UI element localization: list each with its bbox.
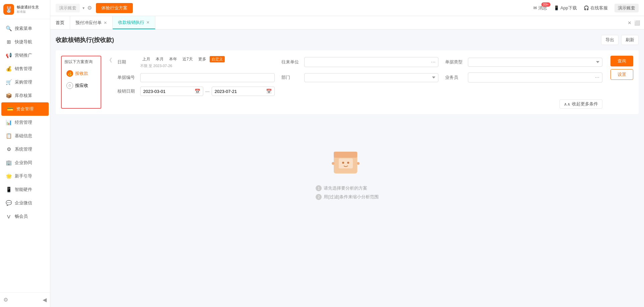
company-name: 演示账套 xyxy=(56,4,80,12)
service-icon: 🎧 xyxy=(584,5,589,10)
tabbar: 首页 预付冲应付单 ✕ 收款核销执行 ✕ ✕ ⬜ xyxy=(50,16,644,30)
sidebar-item-hardware[interactable]: 📱 智能硬件 xyxy=(0,183,50,196)
tab-collection-close-icon[interactable]: ✕ xyxy=(146,20,150,25)
staff-text-input[interactable] xyxy=(471,75,593,80)
sidebar-item-member[interactable]: V 畅会员 xyxy=(0,210,50,223)
user-name[interactable]: 演示账套 xyxy=(614,4,639,12)
staff-ellipsis-icon[interactable]: ··· xyxy=(595,74,599,81)
voucher-no-label: 单据编号 xyxy=(117,74,138,81)
date-this-month[interactable]: 本月 xyxy=(154,56,166,63)
query-by-receivable-label: 按应收 xyxy=(75,83,88,89)
query-sidebar-title: 按以下方案查询 xyxy=(64,59,98,65)
query-form: 日期 上月 本月 本年 近7天 更多 自定义 不限 至 2023-07-26 xyxy=(117,56,602,109)
voucher-type-select[interactable] xyxy=(468,58,602,67)
write-off-start-value: 2023-03-01 xyxy=(143,89,166,94)
write-off-end-input[interactable]: 2023-07-21 📅 xyxy=(212,87,275,96)
collapse-more-label: 收起更多条件 xyxy=(572,101,598,107)
message-icon: ✉ xyxy=(533,5,537,10)
sidebar-item-search[interactable]: 🔍 搜索菜单 xyxy=(0,22,50,35)
collapse-up-icon: ∧∧ xyxy=(564,102,571,107)
sidebar-item-finance[interactable]: 💳 资金管理 xyxy=(1,102,49,116)
write-off-date-label: 核销日期 xyxy=(117,88,138,94)
sidebar-label-finance: 资金管理 xyxy=(16,106,34,112)
tab-home-label: 首页 xyxy=(56,20,64,26)
dropdown-icon[interactable]: ▾ xyxy=(83,6,85,10)
app-label: App下载 xyxy=(560,5,577,11)
sidebar-item-purchase[interactable]: 🛒 采购管理 xyxy=(0,75,50,89)
sidebar-item-enterprise[interactable]: 🏢 企业协同 xyxy=(0,156,50,169)
date-more[interactable]: 更多 xyxy=(196,56,208,63)
query-by-receivable[interactable]: ⏱ 按应收 xyxy=(64,80,98,92)
sidebar-item-wechat[interactable]: 💬 企业微信 xyxy=(0,196,50,210)
voucher-type-row: 单据类型 xyxy=(445,56,602,68)
online-service-button[interactable]: 🎧 在线客服 xyxy=(584,5,608,11)
counterpart-ellipsis-icon[interactable]: ··· xyxy=(431,59,435,65)
sidebar-collapse-button[interactable]: 《 xyxy=(105,57,113,64)
marketing-icon: 📢 xyxy=(5,52,12,59)
collapse-more-button[interactable]: ∧∧ 收起更多条件 xyxy=(559,99,602,109)
svg-point-6 xyxy=(357,162,360,165)
staff-input[interactable]: ··· xyxy=(468,72,602,83)
tab-collection[interactable]: 收款核销执行 ✕ xyxy=(113,16,155,29)
dept-select[interactable] xyxy=(304,73,439,82)
query-by-receipt[interactable]: 💰 按收款 xyxy=(64,67,98,80)
write-off-end-value: 2023-07-21 xyxy=(215,89,237,94)
write-off-date-row: 核销日期 2023-03-01 📅 — 2023-07-21 📅 xyxy=(117,87,275,96)
sidebar-item-operation[interactable]: 📊 经营管理 xyxy=(0,116,50,129)
write-off-start-input[interactable]: 2023-03-01 📅 xyxy=(140,87,203,96)
settings-icon[interactable]: ⚙ xyxy=(3,297,8,303)
tab-prepay[interactable]: 预付冲应付单 ✕ xyxy=(70,16,113,29)
sidebar-item-sales[interactable]: 💰 销售管理 xyxy=(0,62,50,75)
counterpart-text-input[interactable] xyxy=(307,60,429,65)
date-row: 日期 上月 本月 本年 近7天 更多 自定义 不限 至 2023-07-26 xyxy=(117,56,275,68)
message-button[interactable]: ✉ 消息 99+ xyxy=(533,5,547,11)
tab-prepay-close-icon[interactable]: ✕ xyxy=(104,20,107,25)
operation-icon: 📊 xyxy=(5,119,12,126)
purchase-icon: 🛒 xyxy=(5,79,12,86)
collapse-sidebar-icon[interactable]: ◀ xyxy=(43,297,47,303)
sidebar-item-basic[interactable]: 📋 基础信息 xyxy=(0,129,50,143)
empty-hint1: 请先选择要分析的方案 xyxy=(324,185,367,191)
sidebar-label-quick-nav: 快捷导航 xyxy=(15,39,32,45)
sidebar-item-guide[interactable]: 🌟 新手引导 xyxy=(0,169,50,183)
refresh-button[interactable]: 刷新 xyxy=(621,35,639,45)
collapse-row: ∧∧ 收起更多条件 xyxy=(117,99,602,109)
tab-home[interactable]: 首页 xyxy=(50,16,70,29)
sidebar-label-basic: 基础信息 xyxy=(15,133,32,139)
date-range: 2023-03-01 📅 — 2023-07-21 📅 xyxy=(140,87,275,96)
query-button[interactable]: 查询 xyxy=(610,56,633,66)
counterpart-input[interactable]: ··· xyxy=(304,57,439,67)
end-cal-icon[interactable]: 📅 xyxy=(266,89,272,94)
sidebar-menu: 🔍 搜索菜单 ⊞ 快捷导航 📢 营销推广 💰 销售管理 🛒 采购管理 📦 库存核… xyxy=(0,19,50,292)
topbar-settings-icon[interactable]: ⚙ xyxy=(87,5,92,11)
export-button[interactable]: 导出 xyxy=(601,35,619,45)
sidebar-label-sales: 销售管理 xyxy=(15,66,32,72)
app-download-button[interactable]: 📱 App下载 xyxy=(554,5,577,11)
date-last-month[interactable]: 上月 xyxy=(140,56,152,63)
tab-close-window-icon[interactable]: ✕ xyxy=(628,20,632,25)
query-by-receipt-label: 按收款 xyxy=(75,70,88,76)
voucher-no-input[interactable] xyxy=(140,73,275,82)
date-7days[interactable]: 近7天 xyxy=(180,56,195,63)
basic-icon: 📋 xyxy=(5,133,12,139)
sidebar-item-system[interactable]: ⚙ 系统管理 xyxy=(0,143,50,156)
start-cal-icon[interactable]: 📅 xyxy=(195,89,200,94)
solution-button[interactable]: 体验行业方案 xyxy=(96,3,133,13)
form-settings-button[interactable]: 设置 xyxy=(610,69,633,80)
sidebar-item-inventory[interactable]: 📦 库存核算 xyxy=(0,89,50,102)
sidebar-bottom: ⚙ ◀ xyxy=(0,292,50,307)
date-this-year[interactable]: 本年 xyxy=(167,56,179,63)
query-actions: 查询 设置 xyxy=(610,56,633,109)
sidebar-label-search: 搜索菜单 xyxy=(15,25,32,32)
sidebar-label-guide: 新手引导 xyxy=(15,173,32,179)
tab-maximize-icon[interactable]: ⬜ xyxy=(634,20,640,25)
svg-point-3 xyxy=(342,162,344,164)
finance-icon: 💳 xyxy=(7,106,13,112)
sidebar-label-hardware: 智能硬件 xyxy=(15,187,32,193)
date-label: 日期 xyxy=(117,59,138,65)
sidebar-label-operation: 经营管理 xyxy=(15,119,32,125)
sidebar-item-quick-nav[interactable]: ⊞ 快捷导航 xyxy=(0,35,50,49)
member-icon: V xyxy=(5,213,12,220)
receipt-icon: 💰 xyxy=(66,70,73,77)
sidebar-item-marketing[interactable]: 📢 营销推广 xyxy=(0,49,50,62)
